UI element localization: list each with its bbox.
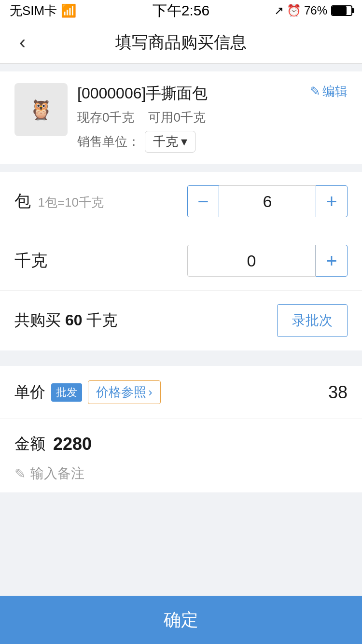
amount-value: 2280 (53, 434, 92, 454)
quantity-row-bag: 包 1包=10千克 − + (0, 172, 362, 231)
product-info: [0000006]手撕面包 ✎ 编辑 现存0千克 可用0千克 销售单位： 千克 … (77, 83, 348, 153)
price-value: 38 (328, 382, 348, 403)
confirm-button[interactable]: 确定 (0, 596, 362, 644)
bag-minus-button[interactable]: − (187, 185, 219, 217)
bag-label: 包 1包=10千克 (14, 190, 187, 212)
location-icon: ↗ (274, 4, 284, 17)
kg-label: 千克 (14, 250, 187, 272)
stock-label: 现存0千克 (77, 110, 134, 125)
total-row: 共购买 60 千克 录批次 (0, 291, 362, 350)
available-label: 可用0千克 (148, 110, 205, 125)
edit-icon: ✎ (310, 84, 320, 99)
kg-quantity-control: + (187, 245, 348, 277)
kg-plus-button[interactable]: + (316, 245, 348, 277)
bag-main-label: 包 (14, 192, 31, 210)
price-left: 单价 批发 价格参照 › (14, 380, 161, 404)
product-name: [0000006]手撕面包 (77, 83, 208, 104)
status-left: 无SIM卡 📶 (10, 2, 76, 19)
total-text: 共购买 60 千克 (14, 310, 117, 331)
kg-main-label: 千克 (14, 251, 47, 269)
price-section: 单价 批发 价格参照 › 38 金额 2280 ✎ 输入备注 (0, 366, 362, 492)
confirm-label: 确定 (164, 608, 198, 632)
battery-bar (331, 5, 352, 16)
unit-select[interactable]: 千克 ▾ (145, 131, 195, 153)
alarm-icon: ⏰ (287, 4, 301, 17)
amount-row: 金额 2280 (14, 434, 348, 455)
edit-label: 编辑 (322, 83, 348, 100)
unit-label: 销售单位： (77, 133, 140, 150)
status-bar: 无SIM卡 📶 下午2:56 ↗ ⏰ 76% (0, 0, 362, 21)
battery-percent: 76% (304, 4, 327, 17)
status-right: ↗ ⏰ 76% (274, 4, 352, 17)
product-image: 🦉 (14, 83, 68, 136)
page-title: 填写商品购买信息 (115, 31, 247, 54)
product-stock: 现存0千克 可用0千克 (77, 109, 348, 126)
bag-sub-label: 1包=10千克 (38, 195, 104, 210)
bag-plus-button[interactable]: + (316, 185, 348, 217)
batch-button[interactable]: 录批次 (277, 304, 348, 337)
price-row: 单价 批发 价格参照 › 38 (0, 366, 362, 419)
total-amount: 60 (65, 311, 83, 329)
unit-value: 千克 (153, 133, 178, 150)
back-button[interactable]: ‹ (14, 27, 30, 58)
wifi-icon: 📶 (61, 3, 76, 18)
quantity-row-kg: 千克 + (0, 231, 362, 291)
product-card: 🦉 [0000006]手撕面包 ✎ 编辑 现存0千克 可用0千克 销售单位： 千… (0, 71, 362, 164)
status-time: 下午2:56 (153, 1, 209, 21)
battery-fill (332, 6, 347, 15)
product-unit-row: 销售单位： 千克 ▾ (77, 131, 348, 153)
price-ref-label: 价格参照 (96, 384, 146, 401)
bag-quantity-input[interactable] (219, 185, 316, 217)
note-placeholder[interactable]: 输入备注 (30, 464, 84, 483)
quantity-section: 包 1包=10千克 − + 千克 + (0, 172, 362, 291)
note-icon: ✎ (14, 466, 26, 482)
bag-quantity-control: − + (187, 185, 348, 217)
price-tag: 批发 (51, 383, 82, 402)
edit-button[interactable]: ✎ 编辑 (310, 83, 348, 100)
chevron-down-icon: ▾ (181, 134, 187, 149)
carrier-label: 无SIM卡 (10, 2, 57, 19)
amount-section: 金额 2280 ✎ 输入备注 (0, 419, 362, 492)
product-top-row: [0000006]手撕面包 ✎ 编辑 (77, 83, 348, 109)
divider-2 (0, 350, 362, 358)
chevron-right-icon: › (148, 385, 153, 400)
note-row[interactable]: ✎ 输入备注 (14, 464, 348, 483)
price-ref-button[interactable]: 价格参照 › (88, 380, 161, 404)
divider-1 (0, 164, 362, 172)
price-label: 单价 (14, 382, 45, 403)
product-logo: 🦉 (29, 98, 53, 121)
amount-label: 金额 (14, 434, 45, 455)
nav-bar: ‹ 填写商品购买信息 (0, 21, 362, 64)
kg-quantity-input[interactable] (187, 245, 316, 277)
